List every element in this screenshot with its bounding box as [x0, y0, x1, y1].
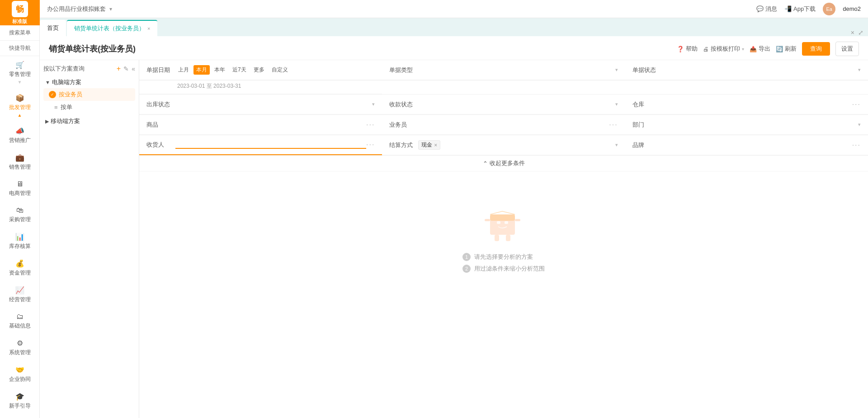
- brand-input[interactable]: ···: [661, 141, 861, 149]
- filter-item-payment-method: 结算方式 现金 × ▾: [382, 135, 625, 155]
- industry-dropdown[interactable]: ▾: [109, 6, 112, 12]
- brand-dots-icon[interactable]: ···: [852, 141, 861, 149]
- warehouse-field[interactable]: [661, 101, 852, 108]
- export-btn[interactable]: 📤 导出: [750, 45, 770, 53]
- help-btn[interactable]: ❓ 帮助: [677, 45, 698, 53]
- username[interactable]: demo2: [843, 5, 861, 12]
- date-btn-7days[interactable]: 近7天: [230, 65, 249, 75]
- receiver-field[interactable]: [175, 141, 366, 149]
- receiver-dots-icon[interactable]: ···: [366, 141, 375, 149]
- sidebar-item-basic[interactable]: 🗂 基础信息: [0, 308, 39, 334]
- product-input[interactable]: ···: [175, 121, 375, 129]
- product-dots-icon[interactable]: ···: [366, 121, 375, 129]
- maximize-btn[interactable]: ⤢: [858, 29, 863, 36]
- product-field[interactable]: [175, 121, 366, 128]
- refresh-btn[interactable]: 🔄 刷新: [776, 45, 797, 53]
- payment-method-tag: 现金 ×: [418, 140, 440, 150]
- user-avatar[interactable]: Ea: [823, 3, 835, 15]
- date-btn-this-year[interactable]: 本年: [212, 65, 228, 75]
- filter-item-salesperson: 业务员 ···: [382, 115, 625, 135]
- scheme-group-desktop: ▼ 电脑端方案 ✓ 按业务员 ≡ 按单: [43, 76, 135, 114]
- sidebar-item-newbie[interactable]: 🎓 新手引导: [0, 388, 39, 414]
- warehouse-label: 仓库: [632, 100, 661, 109]
- sidebar-item-wholesale[interactable]: 📦 批发管理 ▲: [0, 89, 39, 122]
- content: 销货单统计表(按业务员) ❓ 帮助 🖨 按模板打印 ▾ 📤 导出 🔄 刷新: [40, 36, 868, 418]
- page-actions: ❓ 帮助 🖨 按模板打印 ▾ 📤 导出 🔄 刷新 查询 设置: [677, 42, 859, 56]
- scheme-group-desktop-title[interactable]: ▼ 电脑端方案: [43, 76, 135, 88]
- empty-tips: 1 请先选择要分析的方案 2 用过滤条件来缩小分析范围: [462, 253, 545, 273]
- sidebar-item-corp[interactable]: 🤝 企业协同: [0, 361, 39, 388]
- tab-active-label: 销货单统计表（按业务员）: [74, 24, 145, 33]
- add-scheme-btn[interactable]: +: [117, 65, 121, 73]
- payment-status-field[interactable]: [418, 101, 615, 108]
- receiver-input[interactable]: ···: [175, 141, 375, 149]
- tab-home[interactable]: 首页: [40, 20, 66, 36]
- query-button[interactable]: 查询: [802, 42, 830, 56]
- sidebar-item-marketing[interactable]: 📣 营销推广: [0, 122, 39, 149]
- payment-status-dropdown-icon: ▾: [615, 101, 618, 107]
- app-download-btn[interactable]: 📲 App下载: [784, 5, 816, 13]
- department-label: 部门: [632, 121, 661, 129]
- doc-status-field[interactable]: [661, 66, 858, 73]
- department-input[interactable]: ▾: [661, 121, 861, 128]
- date-btn-custom[interactable]: 自定义: [269, 65, 291, 75]
- salesperson-input[interactable]: ···: [418, 121, 618, 129]
- scheme-item-salesperson[interactable]: ✓ 按业务员: [43, 88, 135, 101]
- salesperson-field[interactable]: [418, 121, 609, 128]
- date-input[interactable]: 上月 本月 本年 近7天 更多 自定义: [175, 65, 375, 75]
- sidebar-item-ecommerce[interactable]: 🖥 电商管理: [0, 176, 39, 202]
- expand-icon: ▲: [18, 113, 22, 118]
- sidebar-item-appstore[interactable]: 📱 应用中心: [0, 414, 39, 418]
- salesperson-dots-icon[interactable]: ···: [609, 121, 618, 129]
- payment-status-input[interactable]: ▾: [418, 101, 618, 108]
- sidebar-item-operations[interactable]: 📈 经营管理: [0, 281, 39, 308]
- stock-status-input[interactable]: ▾: [175, 101, 375, 108]
- empty-cell-1: [382, 81, 625, 94]
- doc-type-field[interactable]: [418, 66, 615, 73]
- doc-status-input[interactable]: ▾: [661, 66, 861, 73]
- close-window-btn[interactable]: ×: [851, 29, 854, 36]
- sidebar-item-inventory[interactable]: 📊 库存核算: [0, 228, 39, 255]
- scheme-item-label: 按业务员: [59, 90, 82, 99]
- date-btn-this-month[interactable]: 本月: [193, 65, 210, 75]
- tab-close-btn[interactable]: ×: [147, 26, 150, 31]
- settings-button[interactable]: 设置: [835, 42, 859, 56]
- warehouse-dots-icon[interactable]: ···: [852, 100, 861, 109]
- collapse-scheme-btn[interactable]: «: [132, 65, 135, 72]
- sidebar-search[interactable]: 搜索菜单: [0, 25, 39, 41]
- svg-rect-1: [490, 214, 515, 221]
- date-btn-more[interactable]: 更多: [251, 65, 267, 75]
- sidebar-item-retail[interactable]: 🛒 零售管理 ▼: [0, 56, 39, 89]
- message-btn[interactable]: 💬 消息: [756, 5, 777, 13]
- sidebar-item-finance[interactable]: 💰 资金管理: [0, 255, 39, 281]
- avatar-text: Ea: [826, 6, 832, 12]
- department-field[interactable]: [661, 121, 858, 128]
- sidebar-item-label: 企业协同: [9, 375, 31, 383]
- warehouse-input[interactable]: ···: [661, 100, 861, 109]
- filter-item-date: 单据日期 上月 本月 本年 近7天 更多 自定义: [139, 60, 382, 80]
- date-btn-last-month[interactable]: 上月: [175, 65, 192, 75]
- filter-area: 按以下方案查询 + ✎ « ▼ 电脑端方案 ✓: [40, 60, 868, 418]
- sidebar-item-system[interactable]: ⚙ 系统管理: [0, 334, 39, 361]
- tab-active[interactable]: 销货单统计表（按业务员） ×: [67, 20, 157, 36]
- scheme-item-order[interactable]: ≡ 按单: [43, 101, 135, 114]
- collapse-filters-btn[interactable]: ⌃ 收起更多条件: [139, 156, 868, 171]
- edit-scheme-btn[interactable]: ✎: [123, 65, 129, 72]
- stock-status-field[interactable]: [175, 101, 372, 108]
- tag-clear-btn[interactable]: ×: [434, 142, 437, 148]
- doc-type-input[interactable]: ▾: [418, 66, 618, 73]
- scheme-panel-icons: + ✎ «: [117, 65, 135, 73]
- refresh-icon: 🔄: [776, 46, 783, 52]
- sidebar-quick[interactable]: 快捷导航: [0, 41, 39, 56]
- sidebar-logo[interactable]: 畅 标准版: [0, 0, 40, 25]
- sidebar-item-label: 批发管理: [9, 104, 31, 111]
- salesperson-label: 业务员: [389, 121, 418, 129]
- payment-method-input[interactable]: 现金 × ▾: [418, 140, 618, 150]
- scheme-group-mobile-title[interactable]: ▶ 移动端方案: [43, 115, 135, 127]
- filter-item-date-range: 2023-03-01 至 2023-03-31: [139, 81, 382, 94]
- brand-field[interactable]: [661, 142, 852, 148]
- sidebar-item-sales[interactable]: 💼 销售管理: [0, 149, 39, 176]
- operations-icon: 📈: [15, 286, 24, 294]
- print-btn[interactable]: 🖨 按模板打印 ▾: [703, 45, 744, 53]
- sidebar-item-purchase[interactable]: 🛍 采购管理: [0, 202, 39, 228]
